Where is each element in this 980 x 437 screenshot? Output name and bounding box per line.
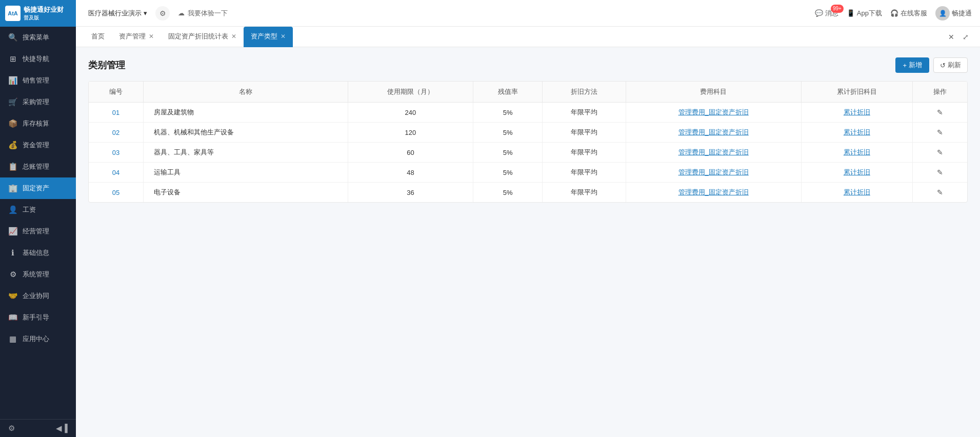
cell-expense-account[interactable]: 管理费用_固定资产折旧 (626, 103, 801, 123)
edit-icon[interactable]: ✎ (937, 188, 943, 196)
new-button[interactable]: + 新增 (895, 57, 929, 73)
tab-asset-type[interactable]: 资产类型✕ (244, 27, 293, 47)
cell-period: 120 (348, 123, 473, 143)
cell-residual-rate: 5% (473, 123, 543, 143)
tab-depreciation-table[interactable]: 固定资产折旧统计表✕ (161, 27, 244, 47)
notification-button[interactable]: 💬 消息 99+ (815, 9, 838, 18)
company-selector[interactable]: 医疗器械行业演示 ▾ (84, 7, 151, 20)
sidebar-item-inventory[interactable]: 📦 库存核算 (0, 113, 76, 134)
edit-icon[interactable]: ✎ (937, 148, 943, 156)
sidebar-item-label: 快捷导航 (23, 54, 49, 64)
cell-accu-account[interactable]: 累计折旧 (801, 163, 912, 183)
quick-nav-icon: ⊞ (8, 54, 17, 64)
system-icon: ⚙ (8, 270, 17, 279)
edit-icon[interactable]: ✎ (937, 168, 943, 176)
sidebar-item-search[interactable]: 🔍 搜索菜单 (0, 27, 76, 48)
table-row: 01房屋及建筑物2405%年限平均管理费用_固定资产折旧累计折旧✎ (89, 103, 967, 123)
refresh-button[interactable]: ↺ 刷新 (933, 57, 968, 73)
cell-method: 年限平均 (543, 103, 626, 123)
col-header: 编号 (89, 82, 144, 103)
content-area: 类别管理 + 新增 ↺ 刷新 编号名称使用期限（月）残值率折旧方法费用科目累计折… (76, 47, 980, 437)
sidebar-item-system[interactable]: ⚙ 系统管理 (0, 264, 76, 285)
tab-close-button[interactable]: ✕ (945, 31, 957, 43)
sidebar-item-enterprise[interactable]: 🤝 企业协同 (0, 285, 76, 307)
guide-icon: 📖 (8, 313, 17, 322)
tab-home[interactable]: 首页 (84, 27, 112, 47)
sidebar-logo: AtA 畅捷通好业财 普及版 (0, 0, 76, 27)
table-row: 03器具、工具、家具等605%年限平均管理费用_固定资产折旧累计折旧✎ (89, 143, 967, 163)
sidebar-item-ledger[interactable]: 📋 总账管理 (0, 156, 76, 177)
settings-gear-button[interactable]: ⚙ (155, 6, 170, 21)
sidebar-item-quick-nav[interactable]: ⊞ 快捷导航 (0, 48, 76, 70)
sidebar-item-label: 搜索菜单 (23, 33, 49, 42)
cell-code: 04 (89, 163, 144, 183)
sidebar-item-label: 应用中心 (23, 334, 49, 344)
cell-action[interactable]: ✎ (912, 163, 967, 183)
refresh-icon: ↺ (940, 62, 946, 69)
inventory-icon: 📦 (8, 119, 17, 128)
cell-expense-account[interactable]: 管理费用_固定资产折旧 (626, 163, 801, 183)
sidebar-item-fixed-assets[interactable]: 🏢 固定资产 (0, 177, 76, 199)
topbar-left: 医疗器械行业演示 ▾ ⚙ ☁ 我要体验一下 (84, 6, 232, 21)
app-center-icon: ▦ (8, 334, 17, 344)
col-header: 残值率 (473, 82, 543, 103)
cell-action[interactable]: ✎ (912, 103, 967, 123)
cell-name: 电子设备 (144, 183, 348, 203)
tab-asset-mgmt[interactable]: 资产管理✕ (112, 27, 161, 47)
cell-residual-rate: 5% (473, 183, 543, 203)
table-header: 编号名称使用期限（月）残值率折旧方法费用科目累计折旧科目操作 (89, 82, 967, 103)
cell-accu-account[interactable]: 累计折旧 (801, 103, 912, 123)
collapse-icon[interactable]: ◀▐ (56, 424, 68, 433)
cell-accu-account[interactable]: 累计折旧 (801, 123, 912, 143)
user-menu[interactable]: 👤 畅捷通 (935, 6, 972, 21)
col-header: 累计折旧科目 (801, 82, 912, 103)
sidebar-item-basic-info[interactable]: ℹ 基础信息 (0, 242, 76, 264)
edit-icon[interactable]: ✎ (937, 108, 943, 116)
experience-button[interactable]: ☁ 我要体验一下 (174, 7, 232, 20)
sidebar-item-label: 新手引导 (23, 313, 49, 322)
cell-accu-account[interactable]: 累计折旧 (801, 143, 912, 163)
tab-close-depreciation-table[interactable]: ✕ (231, 33, 236, 39)
cell-action[interactable]: ✎ (912, 143, 967, 163)
table-header-row: 编号名称使用期限（月）残值率折旧方法费用科目累计折旧科目操作 (89, 82, 967, 103)
new-button-label: 新增 (909, 61, 922, 70)
sidebar-item-label: 采购管理 (23, 97, 49, 107)
headset-icon: 🎧 (890, 9, 898, 17)
tabs-bar: 首页资产管理✕固定资产折旧统计表✕资产类型✕ ✕ ⤢ (76, 27, 980, 47)
sidebar-item-label: 总账管理 (23, 162, 49, 171)
col-header: 使用期限（月） (348, 82, 473, 103)
sidebar-item-purchase[interactable]: 🛒 采购管理 (0, 91, 76, 113)
sidebar-item-app-center[interactable]: ▦ 应用中心 (0, 328, 76, 350)
tab-close-asset-type[interactable]: ✕ (281, 33, 286, 39)
sidebar-item-guide[interactable]: 📖 新手引导 (0, 307, 76, 328)
page-header: 类别管理 + 新增 ↺ 刷新 (88, 57, 968, 73)
tab-close-asset-mgmt[interactable]: ✕ (149, 33, 154, 39)
cell-action[interactable]: ✎ (912, 183, 967, 203)
cell-expense-account[interactable]: 管理费用_固定资产折旧 (626, 143, 801, 163)
cell-action[interactable]: ✎ (912, 123, 967, 143)
user-avatar: 👤 (935, 6, 950, 21)
cell-expense-account[interactable]: 管理费用_固定资产折旧 (626, 183, 801, 203)
sidebar-item-payroll[interactable]: 👤 工资 (0, 199, 76, 221)
sidebar-item-finance[interactable]: 💰 资金管理 (0, 134, 76, 156)
operations-icon: 📈 (8, 227, 17, 236)
app-download-button[interactable]: 📱 App下载 (847, 9, 882, 18)
cell-accu-account[interactable]: 累计折旧 (801, 183, 912, 203)
sidebar-item-sales[interactable]: 📊 销售管理 (0, 70, 76, 91)
table-body: 01房屋及建筑物2405%年限平均管理费用_固定资产折旧累计折旧✎02机器、机械… (89, 103, 967, 203)
app-version: 普及版 (24, 14, 64, 22)
cell-code: 02 (89, 123, 144, 143)
data-table: 编号名称使用期限（月）残值率折旧方法费用科目累计折旧科目操作 01房屋及建筑物2… (88, 81, 968, 203)
sidebar-bottom: ⚙ ◀▐ (0, 419, 76, 437)
cell-period: 60 (348, 143, 473, 163)
tab-expand-button[interactable]: ⤢ (959, 31, 972, 43)
online-service-label: 在线客服 (901, 9, 927, 18)
cell-residual-rate: 5% (473, 143, 543, 163)
edit-icon[interactable]: ✎ (937, 128, 943, 136)
cell-expense-account[interactable]: 管理费用_固定资产折旧 (626, 123, 801, 143)
online-service-button[interactable]: 🎧 在线客服 (890, 9, 927, 18)
sidebar-item-operations[interactable]: 📈 经营管理 (0, 221, 76, 242)
settings-icon[interactable]: ⚙ (8, 424, 15, 433)
cell-method: 年限平均 (543, 143, 626, 163)
refresh-button-label: 刷新 (948, 61, 961, 70)
